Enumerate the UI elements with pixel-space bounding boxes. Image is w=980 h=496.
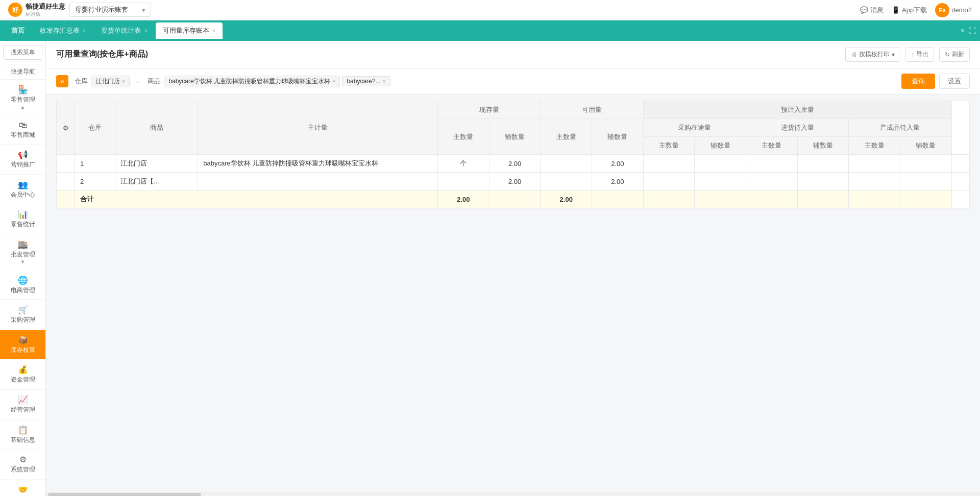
sidebar-item-retail-mgmt[interactable]: 🏪 零售管理 ▲ — [0, 80, 45, 115]
sidebar-item-members[interactable]: 👥 会员中心 — [0, 175, 45, 205]
system-icon: ⚙ — [19, 455, 27, 464]
sidebar: 搜索菜单 快捷导航 🏪 零售管理 ▲ 🛍 零售商城 📢 营销推广 👥 会员中心 … — [0, 41, 46, 496]
quick-nav-btn[interactable]: 快捷导航 — [0, 64, 45, 80]
industry-selector[interactable]: 母婴行业演示账套 ▾ — [69, 3, 151, 17]
search-menu-btn[interactable]: 搜索菜单 — [3, 45, 42, 60]
warehouse-tag[interactable]: 江北门店 × — [91, 76, 130, 87]
messages-btn[interactable]: 💬 消息 — [860, 6, 884, 15]
sidebar-item-wholesale-mgmt[interactable]: 🏬 批发管理 ▼ — [0, 234, 45, 270]
basic-info-icon: 📋 — [18, 425, 28, 435]
nav-controls: × ⛶ — [961, 27, 976, 35]
purchase-aux-header: 辅数量 — [695, 137, 746, 155]
close-tab-receivable[interactable]: × — [83, 28, 86, 34]
total-finished-main — [849, 191, 900, 208]
sidebar-item-retail-mall[interactable]: 🛍 零售商城 — [0, 115, 45, 145]
settings-col-icon[interactable]: ⚙ — [63, 124, 69, 132]
product-tag-2-close[interactable]: × — [382, 78, 385, 84]
warehouse-tag-value: 江北门店 — [95, 77, 120, 86]
sidebar-item-operations[interactable]: 📈 经营管理 — [0, 390, 45, 420]
sidebar-label-finance: 资金管理 — [11, 376, 35, 384]
total-purchase-aux — [695, 191, 746, 208]
app-tag: 标准版 — [26, 11, 65, 17]
row-avail-main-0: 2.00 — [592, 155, 644, 173]
close-tab-available[interactable]: × — [212, 28, 215, 34]
total-stock-aux — [489, 191, 541, 208]
sidebar-item-retail-stats[interactable]: 📊 零售统计 — [0, 204, 45, 234]
table-row: 1 江北门店 babycare学饮杯 儿童防摔防撞吸管杯重力球吸嘴杯宝宝水杯 个… — [57, 155, 970, 173]
top-bar-left: 好 畅捷通好生意 标准版 母婴行业演示账套 ▾ — [8, 3, 151, 18]
expand-btn[interactable]: ⛶ — [969, 27, 976, 35]
user-profile[interactable]: Ea demo2 — [935, 3, 972, 17]
purchase-main-header: 主数量 — [643, 137, 695, 155]
export-btn[interactable]: ↑ 导出 — [905, 47, 934, 62]
app-title: 畅捷通好生意 — [26, 3, 65, 11]
avatar: Ea — [935, 3, 949, 17]
sidebar-label-inventory: 库存核算 — [11, 346, 35, 355]
tab-receivable-summary[interactable]: 收发存汇总表 × — [33, 22, 93, 39]
incoming-pending-header: 进货待入量 — [746, 119, 849, 137]
total-incoming-aux — [797, 191, 849, 208]
row-avail-aux-1 — [643, 173, 695, 191]
tab-home[interactable]: 首页 — [4, 22, 32, 39]
total-incoming-main — [746, 191, 798, 208]
close-tab-order[interactable]: × — [144, 28, 147, 34]
sidebar-label-retail-mall: 零售商城 — [11, 131, 35, 139]
product-tag-2[interactable]: babycare?... × — [342, 76, 390, 86]
sidebar-item-system[interactable]: ⚙ 系统管理 — [0, 450, 45, 480]
sidebar-item-ecommerce[interactable]: 🌐 电商管理 — [0, 270, 45, 300]
sidebar-item-procurement[interactable]: 🛒 采购管理 — [0, 300, 45, 330]
warehouse-filter-tags: 江北门店 × ··· — [91, 76, 141, 87]
refresh-label: 刷新 — [952, 50, 964, 59]
sidebar-item-finance[interactable]: 💰 资金管理 — [0, 360, 45, 390]
tab-available-inventory[interactable]: 可用量库存账本 × — [156, 22, 223, 39]
sidebar-item-enterprise[interactable]: 🤝 企业协同 — [0, 480, 45, 496]
avail-aux-header: 辅数量 — [592, 119, 644, 155]
row-stock-aux-1 — [541, 173, 592, 191]
filter-toggle-btn[interactable]: » — [56, 75, 68, 87]
sidebar-item-marketing[interactable]: 📢 营销推广 — [0, 145, 45, 175]
settings-btn[interactable]: 设置 — [939, 74, 970, 89]
row-warehouse-1: 江北门店【... — [115, 173, 198, 191]
planned-inbound-header: 预计入库量 — [643, 101, 951, 119]
row-settings-0 — [57, 155, 75, 173]
logo-icon: 好 — [8, 3, 22, 17]
product-tag-1[interactable]: babycare学饮杯 儿童防摔防撞吸管杯重力球吸嘴杯宝宝水杯 × — [164, 76, 340, 87]
row-stock-aux-0 — [541, 155, 592, 173]
purchase-transit-header: 采购在途量 — [643, 119, 746, 137]
finished-aux-header: 辅数量 — [900, 137, 951, 155]
operations-icon: 📈 — [18, 395, 28, 405]
row-product-1 — [198, 173, 438, 191]
refresh-btn[interactable]: ↻ 刷新 — [939, 47, 970, 62]
product-tag-1-close[interactable]: × — [332, 78, 335, 84]
marketing-icon: 📢 — [18, 150, 28, 159]
warehouse-tag-close[interactable]: × — [122, 78, 125, 84]
sidebar-label-system: 系统管理 — [11, 466, 35, 474]
stock-main-header: 主数量 — [438, 119, 489, 155]
industry-label: 母婴行业演示账套 — [75, 5, 128, 14]
sidebar-label-basic-info: 基础信息 — [11, 436, 35, 444]
settings-col-header: ⚙ — [57, 101, 75, 155]
finance-icon: 💰 — [18, 365, 28, 374]
sidebar-item-inventory[interactable]: 📦 库存核算 — [0, 330, 45, 360]
unit-col-header: 主计量 — [198, 101, 438, 155]
template-print-btn[interactable]: 🖨 按模板打印 ▾ — [845, 47, 900, 62]
top-bar-right: 💬 消息 📱 App下载 Ea demo2 — [860, 3, 972, 17]
warehouse-ellipsis[interactable]: ··· — [132, 78, 141, 85]
sidebar-item-basic-info[interactable]: 📋 基础信息 — [0, 420, 45, 450]
table-row: 2 江北门店【... 2.00 2.00 — [57, 173, 970, 191]
query-btn[interactable]: 查询 — [901, 74, 935, 89]
close-all-btn[interactable]: × — [961, 27, 965, 35]
scroll-thumb[interactable] — [48, 493, 201, 496]
template-print-label: 按模板打印 — [859, 50, 890, 59]
row-avail-aux-0 — [643, 155, 695, 173]
retail-mall-icon: 🛍 — [19, 121, 27, 130]
tab-order-stats[interactable]: 要货单统计表 × — [94, 22, 154, 39]
row-purchase-aux-0 — [746, 155, 798, 173]
export-label: 导出 — [916, 50, 928, 59]
app-download-btn[interactable]: 📱 App下载 — [892, 6, 927, 15]
product-tag-2-value: babycare?... — [347, 78, 380, 85]
data-table: ⚙ 仓库 商品 主计量 现存量 可用量 预计入库量 主数量 辅数量 主数量 辅数… — [56, 101, 970, 208]
horizontal-scrollbar[interactable] — [46, 492, 980, 496]
ecommerce-icon: 🌐 — [18, 275, 28, 285]
total-settings-cell — [57, 191, 75, 208]
